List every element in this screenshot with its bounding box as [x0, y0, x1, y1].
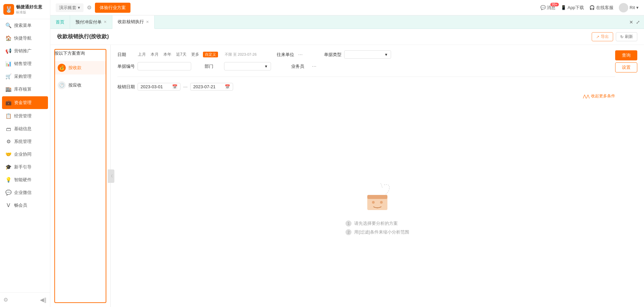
- filter-options: 💰 按收款 🕐 按应收: [54, 61, 106, 92]
- sidebar-item-label-system: 系统管理: [14, 139, 32, 145]
- sidebar-item-system[interactable]: ⚙ 系统管理: [0, 135, 50, 148]
- app-download-icon: 📱: [561, 5, 566, 10]
- tab-receipt-writeoff[interactable]: 收款核销执行 ✕: [112, 15, 155, 29]
- page-content: 收款核销执行(按收款) ↗ 导出 ↻ 刷新 按以下方案查询: [50, 29, 644, 307]
- sidebar-item-label-wechat: 企业微信: [14, 190, 32, 196]
- dept-select[interactable]: ▾: [224, 62, 271, 70]
- sidebar-item-search[interactable]: 🔍 搜索菜单: [0, 19, 50, 32]
- sidebar-item-guide[interactable]: 🎓 新手引导: [0, 161, 50, 173]
- chevron-down-icon: ▾: [385, 52, 387, 57]
- filter-option-by-receivable-label: 按应收: [68, 82, 82, 88]
- page-title: 收款核销执行(按收款): [57, 33, 109, 40]
- tab-home[interactable]: 首页: [50, 15, 70, 29]
- writeoff-start-input[interactable]: [141, 84, 171, 89]
- date-shortcut-this-month[interactable]: 本月: [150, 51, 160, 58]
- operation-icon: 📋: [5, 113, 11, 119]
- collapse-filter-panel-button[interactable]: 《: [108, 169, 114, 183]
- calendar-start-icon[interactable]: 📅: [172, 84, 177, 89]
- collapse-sidebar-icon[interactable]: ◀‖: [40, 297, 47, 303]
- staff-more-btn[interactable]: ···: [311, 63, 318, 69]
- sidebar-item-inventory[interactable]: 🏬 库存核算: [0, 83, 50, 96]
- sidebar-item-wechat[interactable]: 💬 企业微信: [0, 186, 50, 199]
- company-selector[interactable]: 演示账套 ▾: [56, 3, 84, 12]
- sidebar-item-label-enterprise: 企业协同: [14, 151, 32, 157]
- sidebar: 🐰 畅捷通好生意 标准版 🔍 搜索菜单 🏠 快捷导航 📢 营销推广 📊 销售管理…: [0, 0, 50, 307]
- user-menu[interactable]: Rit ▾: [619, 3, 639, 12]
- tab-prepay-close-icon[interactable]: ✕: [104, 20, 107, 24]
- empty-text: 1 请先选择要分析的方案 2 用[过滤]条件来缩小分析范围: [345, 220, 409, 235]
- filter-option-by-receipt[interactable]: 💰 按收款: [54, 61, 106, 74]
- setting-button[interactable]: 设置: [615, 62, 637, 72]
- sidebar-item-label-marketing: 营销推广: [14, 48, 32, 54]
- svg-point-3: [380, 201, 383, 204]
- app-download-button[interactable]: 📱 App下载: [561, 5, 584, 11]
- gear-icon[interactable]: ⚙: [87, 4, 92, 11]
- tab-prepay[interactable]: 预付冲应付单 ✕: [70, 15, 112, 29]
- settings-bottom-icon[interactable]: ⚙: [3, 297, 8, 303]
- close-all-tabs-icon[interactable]: ✕: [629, 19, 633, 25]
- sidebar-item-marketing[interactable]: 📢 营销推广: [0, 45, 50, 57]
- date-shortcut-more[interactable]: 更多: [190, 51, 200, 58]
- svg-rect-1: [367, 195, 387, 199]
- query-row-3: 核销日期 📅 — 📅: [117, 83, 615, 91]
- app-edition: 标准版: [16, 10, 42, 15]
- date-shortcut-this-year[interactable]: 本年: [162, 51, 172, 58]
- query-actions: 查询 设置: [615, 50, 637, 72]
- writeoff-date-field: 核销日期 📅 — 📅: [117, 83, 233, 91]
- sidebar-item-label-inventory: 库存核算: [14, 86, 32, 92]
- refresh-icon: ↻: [620, 35, 624, 39]
- writeoff-end-input[interactable]: [193, 84, 223, 89]
- tab-receipt-writeoff-label: 收款核销执行: [118, 19, 144, 25]
- calendar-end-icon[interactable]: 📅: [225, 84, 230, 89]
- tab-receipt-writeoff-close-icon[interactable]: ✕: [146, 20, 149, 24]
- doc-type-select[interactable]: ▾: [344, 50, 391, 59]
- top-row: 日期 上月 本月 本年 近7天 更多 自定义: [117, 50, 637, 102]
- date-shortcut-last-month[interactable]: 上月: [137, 51, 147, 58]
- sidebar-item-finance[interactable]: 💼 资金管理: [2, 96, 48, 109]
- collapse-more-row: ⋀⋀ 收起更多条件: [117, 91, 615, 102]
- user-chevron-icon: ▾: [636, 5, 639, 10]
- empty-hint-1: 1 请先选择要分析的方案: [345, 220, 409, 226]
- purchase-icon: 🛒: [5, 73, 11, 80]
- online-service-button[interactable]: 🎧 在线客服: [589, 5, 613, 11]
- tab-prepay-label: 预付冲应付单: [75, 19, 102, 25]
- topbar-left: 演示账套 ▾ ⚙ 体验行业方案: [56, 3, 130, 13]
- sidebar-item-enterprise[interactable]: 🤝 企业协同: [0, 148, 50, 161]
- date-custom-tag[interactable]: 自定义: [203, 52, 218, 57]
- sidebar-item-quicknav[interactable]: 🏠 快捷导航: [0, 32, 50, 45]
- sales-icon: 📊: [5, 61, 11, 67]
- message-button[interactable]: 💬 消息 99+: [540, 5, 555, 11]
- query-button[interactable]: 查询: [615, 50, 637, 60]
- staff-field: 业务员 ···: [291, 63, 318, 69]
- date-shortcut-7days[interactable]: 近7天: [175, 51, 187, 58]
- headset-icon: 🎧: [589, 5, 595, 10]
- hardware-icon: 💡: [5, 177, 11, 183]
- partner-more-btn[interactable]: ···: [297, 52, 304, 58]
- refresh-button[interactable]: ↻ 刷新: [616, 32, 637, 41]
- sidebar-item-sales[interactable]: 📊 销售管理: [0, 57, 50, 70]
- expand-icon[interactable]: ⤢: [636, 19, 640, 25]
- message-icon: 💬: [540, 5, 546, 10]
- industry-solution-button[interactable]: 体验行业方案: [95, 3, 130, 13]
- filter-option-by-receivable[interactable]: 🕐 按应收: [54, 79, 106, 92]
- sidebar-item-hardware[interactable]: 💡 智能硬件: [0, 173, 50, 186]
- sidebar-item-label-hardware: 智能硬件: [14, 177, 32, 183]
- receivable-icon: 🕐: [58, 81, 66, 89]
- system-icon: ⚙: [5, 139, 11, 145]
- enterprise-icon: 🤝: [5, 151, 11, 157]
- sidebar-item-member[interactable]: Ⅴ 畅会员: [0, 199, 50, 212]
- sidebar-item-purchase[interactable]: 🛒 采购管理: [0, 70, 50, 83]
- sidebar-item-label-guide: 新手引导: [14, 164, 32, 170]
- query-row-1: 日期 上月 本月 本年 近7天 更多 自定义: [117, 50, 615, 59]
- sidebar-item-label-finance: 资金管理: [14, 100, 32, 106]
- sidebar-bottom: ⚙ ◀‖: [0, 292, 50, 307]
- doc-no-input[interactable]: [138, 62, 191, 70]
- query-divider: [117, 76, 615, 77]
- sidebar-item-label-quicknav: 快捷导航: [14, 35, 32, 41]
- collapse-more-button[interactable]: ⋀⋀ 收起更多条件: [583, 93, 615, 99]
- doc-no-field: 单据编号: [117, 62, 191, 70]
- date-field: 日期 上月 本月 本年 近7天 更多 自定义: [117, 51, 218, 58]
- sidebar-item-basic[interactable]: 🗃 基础信息: [0, 122, 50, 135]
- sidebar-item-operation[interactable]: 📋 经营管理: [0, 110, 50, 122]
- export-button[interactable]: ↗ 导出: [592, 32, 613, 41]
